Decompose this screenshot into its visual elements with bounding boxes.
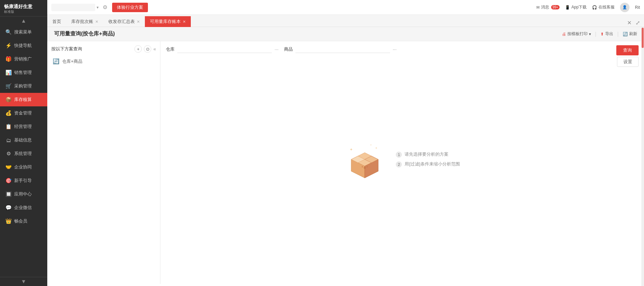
- sidebar: 畅康通好生意 标准版 ▲ 🔍 搜索菜单 ⚡ 快捷导航 🎁 营销推广 📊 销售管理…: [0, 0, 47, 286]
- refresh-button[interactable]: 🔄 刷新: [623, 31, 637, 37]
- close-tab-button[interactable]: ✕: [626, 19, 633, 27]
- sidebar-item-label: 新手引导: [14, 178, 32, 184]
- refresh-label: 刷新: [629, 31, 637, 37]
- content-area: 按以下方案查询 + ⊙ « 🔄 仓库+商品 仓库 ···: [47, 41, 644, 284]
- page-actions: 🖨 按模板打印 ▾ | ⬆ 导出 | 🔄 刷新: [562, 31, 637, 37]
- tab-home[interactable]: 首页: [47, 16, 66, 27]
- svg-point-5: [364, 167, 366, 169]
- sidebar-item-member[interactable]: 👑 畅会员: [0, 214, 47, 228]
- sidebar-item-label: 企业微信: [14, 205, 32, 211]
- collapse-icon[interactable]: «: [153, 46, 156, 52]
- refresh-icon: 🔄: [623, 32, 628, 36]
- tab-in-out-summary[interactable]: 收发存汇总表 ✕: [103, 16, 145, 27]
- dropdown-arrow-icon[interactable]: ▾: [589, 32, 591, 36]
- product-more-icon[interactable]: ···: [393, 47, 397, 52]
- topbar-right: ✉ 消息 99+ 📱 App下载 🎧 在线客服 👤 Rit: [536, 3, 640, 12]
- sidebar-item-operations[interactable]: 📋 经营管理: [0, 120, 47, 133]
- online-service-label: 在线客服: [598, 4, 615, 10]
- tab-label: 收发存汇总表: [108, 19, 135, 25]
- sidebar-item-basic-info[interactable]: 🗂 基础信息: [0, 133, 47, 147]
- column-settings-button[interactable]: 设置: [617, 57, 639, 67]
- tab-available-ledger[interactable]: 可用量库存账本 ✕: [145, 16, 191, 27]
- sidebar-item-wechat[interactable]: 💬 企业微信: [0, 201, 47, 214]
- separator: |: [595, 31, 596, 37]
- app-download-button[interactable]: 📱 App下载: [565, 4, 587, 10]
- sidebar-item-label: 系统管理: [14, 151, 32, 157]
- crown-icon: 👑: [5, 218, 11, 224]
- product-input[interactable]: [295, 45, 390, 53]
- topbar-search: ▾: [51, 4, 99, 11]
- tab-close-icon[interactable]: ✕: [183, 20, 186, 24]
- filter-row: 仓库 ··· 商品 ···: [166, 45, 639, 53]
- print-button[interactable]: 🖨 按模板打印 ▾: [562, 31, 591, 37]
- tip-item-2: 2 用[过滤]条件来缩小分析范围: [396, 161, 460, 167]
- sidebar-item-inventory[interactable]: 📦 库存核算: [0, 93, 47, 106]
- grid-icon: 🔲: [5, 191, 11, 197]
- settings-icon[interactable]: ⚙: [103, 4, 107, 10]
- target-icon: 🎯: [5, 178, 11, 184]
- sidebar-item-purchase[interactable]: 🛒 采购管理: [0, 79, 47, 93]
- trial-button[interactable]: 体验行业方案: [112, 3, 148, 12]
- sidebar-item-label: 营销推广: [14, 56, 32, 62]
- search-input[interactable]: [51, 4, 95, 11]
- message-button[interactable]: ✉ 消息 99+: [536, 4, 560, 10]
- sidebar-item-label: 销售管理: [14, 70, 32, 76]
- sidebar-item-sales[interactable]: 📊 销售管理: [0, 66, 47, 79]
- clipboard-icon: 📋: [5, 124, 11, 130]
- tab-label: 库存批次账: [71, 19, 93, 25]
- scrollbar-thumb[interactable]: [642, 28, 644, 48]
- sidebar-item-label: 基础信息: [14, 137, 32, 143]
- scheme-item-icon: 🔄: [53, 58, 59, 64]
- print-label: 按模板打印: [567, 31, 588, 37]
- warehouse-input[interactable]: [177, 45, 272, 53]
- wechat-icon: 💬: [5, 205, 11, 211]
- scroll-down-btn[interactable]: ▼: [0, 277, 47, 286]
- sidebar-item-finance[interactable]: 💰 资金管理: [0, 106, 47, 120]
- query-button[interactable]: 查询: [616, 45, 639, 55]
- left-panel: 按以下方案查询 + ⊙ « 🔄 仓库+商品: [47, 41, 160, 284]
- scroll-up-btn[interactable]: ▲: [0, 17, 47, 25]
- app-logo: 畅康通好生意 标准版: [0, 0, 47, 17]
- empty-illustration: ✦ ✦ ✦: [344, 141, 385, 181]
- online-service-button[interactable]: 🎧 在线客服: [592, 4, 615, 10]
- svg-point-6: [362, 166, 363, 167]
- empty-box-svg: ✦ ✦ ✦: [344, 141, 385, 181]
- sidebar-item-label: 搜索菜单: [14, 29, 32, 35]
- sidebar-item-search[interactable]: 🔍 搜索菜单: [0, 25, 47, 39]
- maximize-button[interactable]: ⤢: [634, 19, 641, 27]
- sidebar-item-label: 畅会员: [14, 218, 27, 224]
- app-download-label: App下载: [571, 4, 587, 10]
- headset-icon: 🎧: [592, 5, 597, 10]
- sidebar-menu: 🔍 搜索菜单 ⚡ 快捷导航 🎁 营销推广 📊 销售管理 🛒 采购管理 📦 库存核…: [0, 25, 47, 277]
- sidebar-item-newbie[interactable]: 🎯 新手引导: [0, 174, 47, 187]
- svg-text:✦: ✦: [350, 147, 353, 152]
- left-panel-actions: + ⊙ «: [134, 45, 156, 53]
- right-scrollbar[interactable]: [641, 27, 644, 286]
- svg-text:✦: ✦: [375, 146, 378, 150]
- handshake-icon: 🤝: [5, 164, 11, 170]
- warehouse-more-icon[interactable]: ···: [275, 47, 279, 52]
- message-label: 消息: [541, 4, 549, 10]
- sidebar-item-shortcut[interactable]: ⚡ 快捷导航: [0, 39, 47, 52]
- tab-close-icon[interactable]: ✕: [137, 20, 140, 24]
- export-button[interactable]: ⬆ 导出: [600, 31, 613, 37]
- add-scheme-button[interactable]: +: [134, 45, 142, 53]
- main-content: 可用量查询(按仓库+商品) 🖨 按模板打印 ▾ | ⬆ 导出 | 🔄 刷新 按以…: [47, 27, 644, 286]
- sidebar-item-enterprise[interactable]: 🤝 企业协同: [0, 160, 47, 174]
- svg-point-7: [366, 166, 368, 167]
- app-name: 畅康通好生意: [4, 3, 43, 9]
- settings-scheme-button[interactable]: ⊙: [144, 45, 151, 53]
- tab-batch-account[interactable]: 库存批次账 ✕: [66, 16, 103, 27]
- tip-text-1: 请先选择要分析的方案: [405, 151, 448, 157]
- tab-close-icon[interactable]: ✕: [95, 20, 98, 24]
- page-header: 可用量查询(按仓库+商品) 🖨 按模板打印 ▾ | ⬆ 导出 | 🔄 刷新: [47, 27, 644, 41]
- gift-icon: 🎁: [5, 56, 11, 62]
- sidebar-item-marketing[interactable]: 🎁 营销推广: [0, 52, 47, 66]
- scheme-item[interactable]: 🔄 仓库+商品: [47, 55, 160, 67]
- tip-num-1: 1: [396, 152, 402, 158]
- sidebar-item-app-center[interactable]: 🔲 应用中心: [0, 187, 47, 201]
- sidebar-item-system[interactable]: ⚙ 系统管理: [0, 147, 47, 160]
- search-dropdown-arrow[interactable]: ▾: [97, 5, 99, 10]
- message-badge: 99+: [551, 5, 560, 9]
- avatar-icon: 👤: [622, 5, 627, 9]
